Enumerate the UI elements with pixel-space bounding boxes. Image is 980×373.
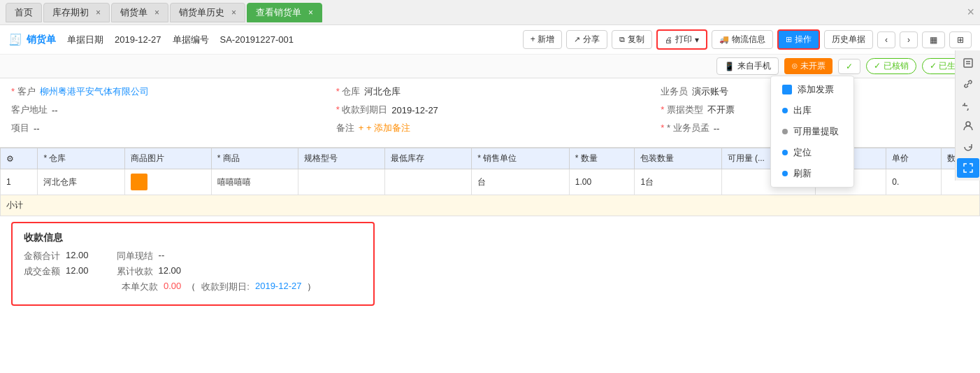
tab-inventory[interactable]: 库存期初 × [43, 3, 110, 22]
dropdown-available-qty[interactable]: 可用量提取 [771, 121, 853, 142]
checked-icon: ✓ [846, 62, 853, 71]
grid2-button[interactable]: ⊞ [949, 31, 972, 48]
tab-sales-close[interactable]: × [154, 8, 159, 17]
payment-date-value: 2019-12-27 [391, 105, 438, 115]
print-icon: 🖨 [665, 36, 672, 44]
share-label: 分享 [583, 34, 600, 45]
customer-value[interactable]: 柳州粤港平安气体有限公司 [40, 85, 149, 98]
project-label: 项目 [11, 122, 29, 134]
payment-accumulated-value: 12.00 [159, 265, 182, 278]
refresh-icon [963, 141, 974, 153]
prev-button[interactable]: ‹ [877, 31, 895, 48]
tab-sales[interactable]: 销货单 × [111, 3, 168, 22]
col-gear: ⚙ [1, 148, 38, 169]
locate-dot [782, 150, 788, 155]
copy-button[interactable]: ⧉ 复制 [612, 30, 652, 49]
row-no: 1 [1, 169, 38, 195]
copy-icon: ⧉ [619, 35, 625, 44]
row-pack-qty: 1台 [635, 169, 721, 195]
payment-transaction-label: 成交金额 [24, 265, 60, 278]
right-icon-clipboard[interactable] [957, 53, 979, 73]
history-button[interactable]: 历史单据 [824, 30, 873, 49]
tab-sales-label: 销货单 [120, 6, 147, 19]
tab-home-label: 首页 [15, 6, 33, 19]
row-image [124, 169, 211, 195]
col-quantity: * 数量 [569, 148, 635, 169]
add-invoice-label: 添加发票 [798, 83, 834, 96]
row-unit-price: 0. [886, 169, 941, 195]
checked-button[interactable]: ✓ [838, 59, 860, 74]
dropdown-add-invoice[interactable]: 添加发票 [771, 79, 853, 100]
from-phone-button[interactable]: 📱 来自手机 [716, 57, 779, 75]
row-product: 嘻嘻嘻嘻 [211, 169, 298, 195]
subtotal-row: 小计 [1, 195, 980, 216]
print-dropdown-icon: ▾ [695, 35, 699, 45]
right-icon-refresh[interactable] [957, 137, 979, 157]
salesperson-value: -- [714, 123, 720, 134]
payment-row-1: 金额合计 12.00 同单现结 -- [24, 250, 362, 262]
add-note-label: + 添加备注 [366, 122, 410, 133]
refresh-dot [782, 171, 788, 176]
locate-label: 定位 [793, 146, 812, 159]
not-open-button[interactable]: ⊙ 未开票 [784, 58, 833, 74]
share-button[interactable]: ↗ 分享 [566, 30, 607, 49]
not-open-label: 未开票 [800, 61, 826, 71]
dropdown-locate[interactable]: 定位 [771, 142, 853, 163]
row-spec [298, 169, 385, 195]
effective-icon: ✓ [930, 61, 937, 71]
return-icon [963, 99, 974, 111]
payment-same-order: 同单现结 -- [117, 250, 165, 262]
product-image [131, 174, 147, 190]
svg-point-3 [966, 122, 970, 126]
col-pack-qty: 包装数量 [635, 148, 721, 169]
operation-button[interactable]: ⊞ 操作 [777, 29, 820, 50]
prev-icon: ‹ [885, 35, 888, 45]
salesperson-label: * 业务员孟 [661, 122, 709, 134]
payment-box: 收款信息 金额合计 12.00 同单现结 -- 成交金额 12.00 累计收款 [11, 222, 375, 306]
right-icon-return[interactable] [957, 95, 979, 115]
right-panel [955, 50, 980, 181]
checked-label: 已核销 [884, 61, 909, 71]
print-label: 打印 [675, 34, 692, 45]
tab-inventory-label: 库存期初 [52, 6, 89, 19]
next-button[interactable]: › [900, 31, 918, 48]
warehouse-field: 仓库 河北仓库 [336, 85, 644, 98]
staff-label: 业务员 [661, 85, 688, 98]
from-phone-label: 来自手机 [737, 60, 771, 72]
add-invoice-icon [782, 85, 792, 94]
gear-icon: ⚙ [6, 154, 14, 164]
add-note-button[interactable]: + + 添加备注 [359, 122, 410, 134]
logistics-button[interactable]: 🚚 物流信息 [712, 30, 773, 49]
payment-owe-paren: ） [307, 281, 316, 293]
link-icon [963, 78, 974, 90]
tab-home[interactable]: 首页 [6, 3, 42, 22]
doc-type-icon: 🧾 [8, 33, 22, 46]
checked-icon2: ✓ [874, 61, 881, 71]
new-button[interactable]: + 新增 [523, 30, 562, 49]
tab-sales-history[interactable]: 销货单历史 × [170, 3, 245, 22]
doc-type-label: 销货单 [27, 34, 56, 46]
right-icon-user[interactable] [957, 116, 979, 136]
tab-sales-history-close[interactable]: × [231, 8, 236, 17]
main-close-button[interactable]: × [967, 5, 974, 20]
tab-inventory-close[interactable]: × [96, 8, 101, 17]
payment-owe-value: 0.00 [164, 281, 181, 293]
expand-icon [963, 162, 974, 174]
print-button[interactable]: 🖨 打印 ▾ [656, 29, 707, 50]
dropdown-out-stock[interactable]: 出库 [771, 100, 853, 121]
dropdown-refresh[interactable]: 刷新 [771, 163, 853, 184]
tab-view-sales[interactable]: 查看销货单 × [247, 3, 322, 22]
col-product: * 商品 [211, 148, 298, 169]
tab-view-sales-close[interactable]: × [308, 8, 313, 17]
grid1-icon: ▦ [930, 35, 937, 45]
project-field: 项目 -- [11, 122, 319, 134]
customer-field: 客户 柳州粤港平安气体有限公司 [11, 85, 319, 98]
grid1-button[interactable]: ▦ [922, 31, 945, 48]
tab-sales-history-label: 销货单历史 [179, 6, 224, 19]
right-icon-link[interactable] [957, 74, 979, 94]
right-icon-expand[interactable] [957, 158, 979, 178]
payment-owe-due: （ [187, 281, 196, 293]
row-quantity: 1.00 [569, 169, 635, 195]
payment-date-label: 收款到期日 [336, 104, 388, 116]
row-sales-unit: 台 [472, 169, 569, 195]
